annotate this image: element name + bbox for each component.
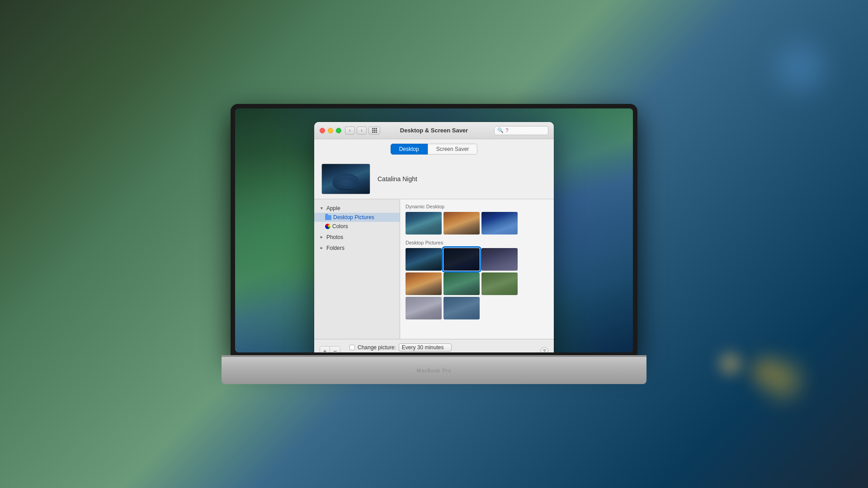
preview-section: Catalina Night (314, 158, 554, 199)
preview-thumbnail (321, 164, 370, 194)
nav-buttons: ‹ › (345, 127, 367, 135)
thumb-dp1[interactable] (406, 248, 442, 271)
disclosure-arrow-apple: ▼ (320, 206, 324, 211)
colors-icon (325, 224, 330, 229)
bokeh-light-3 (778, 45, 823, 90)
sidebar-photos-header[interactable]: ▼ Photos (314, 233, 400, 242)
thumb-dp8[interactable] (443, 297, 480, 319)
section-dynamic-desktop: Dynamic Desktop (406, 204, 548, 235)
bokeh-light-2 (750, 357, 778, 384)
thumb-dp4[interactable] (406, 272, 442, 295)
forward-button[interactable]: › (357, 127, 367, 135)
maximize-button[interactable] (336, 128, 341, 133)
sidebar-folders-label: Folders (326, 245, 344, 251)
laptop: ‹ › (231, 104, 637, 384)
grid-dot (376, 128, 377, 129)
disclosure-arrow-photos: ▼ (319, 235, 324, 239)
dialog-window: ‹ › (314, 122, 554, 352)
sidebar-colors-label: Colors (332, 223, 348, 230)
thumb-dp7[interactable] (406, 297, 442, 319)
dynamic-desktop-grid (406, 212, 548, 235)
tabs-bar: Desktop Screen Saver (314, 139, 554, 158)
grid-dot (374, 128, 375, 129)
thumb-dp6[interactable] (481, 272, 518, 295)
thumb-catalina-blue[interactable] (481, 212, 518, 235)
section-desktop-pictures: Desktop Pictures (406, 240, 548, 319)
minimize-button[interactable] (328, 128, 333, 133)
laptop-base (222, 357, 646, 384)
sidebar-group-photos: ▼ Photos (314, 232, 400, 243)
search-input[interactable] (505, 127, 542, 134)
thumb-catalina-day[interactable] (406, 212, 442, 235)
grid-dot (376, 130, 377, 131)
grid-dot (372, 128, 373, 129)
sidebar-apple-label: Apple (326, 205, 340, 211)
grid-dot (372, 130, 373, 131)
change-picture-label: Change picture: (358, 344, 396, 351)
bokeh-light-4 (719, 352, 741, 375)
thumb-dp2[interactable] (443, 248, 480, 271)
tab-screen-saver[interactable]: Screen Saver (428, 144, 478, 155)
search-box[interactable]: 🔍 (494, 126, 548, 135)
thumb-catalina-sunset[interactable] (443, 212, 480, 235)
grid-dot (374, 130, 375, 131)
add-button[interactable]: + (320, 347, 330, 352)
sidebar: ▼ Apple Desktop Pictures (314, 199, 400, 339)
section-desktop-pictures-label: Desktop Pictures (406, 240, 548, 245)
sidebar-group-apple: ▼ Apple Desktop Pictures (314, 203, 400, 232)
grid-dot (376, 131, 377, 133)
content-area: Dynamic Desktop Desktop Pictures (400, 199, 554, 339)
thumb-dp5[interactable] (443, 272, 480, 295)
sidebar-desktop-pictures-label: Desktop Pictures (333, 214, 374, 221)
preview-name: Catalina Night (377, 175, 417, 183)
sidebar-folders-header[interactable]: ▼ Folders (314, 244, 400, 253)
bottom-options: Change picture: Every 30 minutes Random … (345, 343, 536, 352)
add-remove-buttons: + − (320, 346, 340, 352)
bottom-bar: + − Change picture: Every 30 minutes (314, 339, 554, 352)
grid-dot (372, 131, 373, 133)
remove-button[interactable]: − (330, 347, 340, 352)
sidebar-photos-label: Photos (326, 234, 343, 240)
grid-dots-icon (372, 128, 377, 133)
sidebar-group-apple-header[interactable]: ▼ Apple (314, 204, 400, 213)
help-button[interactable]: ? (540, 347, 548, 352)
main-content: ▼ Apple Desktop Pictures (314, 199, 554, 339)
disclosure-arrow-folders: ▼ (319, 246, 324, 250)
desktop-pictures-grid (406, 248, 548, 319)
sidebar-group-folders: ▼ Folders (314, 243, 400, 253)
grid-view-button[interactable] (368, 127, 380, 135)
sidebar-item-desktop-pictures[interactable]: Desktop Pictures (314, 213, 400, 222)
window-controls (320, 128, 341, 133)
close-button[interactable] (320, 128, 325, 133)
change-picture-checkbox[interactable] (349, 345, 355, 350)
preview-mountain (334, 178, 359, 190)
interval-select[interactable]: Every 30 minutes (399, 343, 452, 352)
window-title: Desktop & Screen Saver (400, 127, 468, 134)
screen-bezel: ‹ › (231, 104, 637, 357)
sidebar-item-colors[interactable]: Colors (314, 222, 400, 231)
back-button[interactable]: ‹ (345, 127, 355, 135)
titlebar: ‹ › (314, 122, 554, 139)
section-dynamic-label: Dynamic Desktop (406, 204, 548, 209)
change-picture-row: Change picture: Every 30 minutes (349, 343, 536, 352)
search-icon: 🔍 (497, 127, 504, 133)
tab-desktop[interactable]: Desktop (391, 144, 428, 155)
folder-icon (325, 215, 331, 220)
grid-dot (374, 131, 375, 133)
interval-select-wrapper: Every 30 minutes (399, 343, 452, 352)
laptop-screen: ‹ › (235, 108, 633, 352)
thumb-dp3[interactable] (481, 248, 518, 271)
